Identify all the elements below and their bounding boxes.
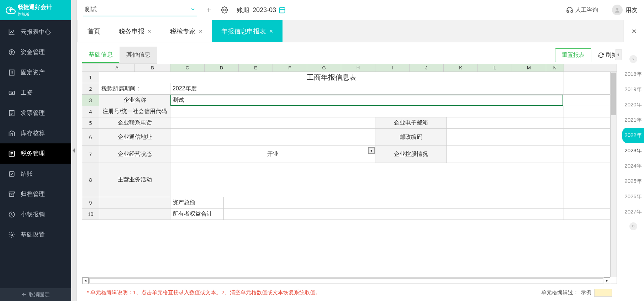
sidebar-item-money[interactable]: 资金管理 xyxy=(0,42,71,62)
status-select[interactable]: 开业 xyxy=(170,146,375,163)
row-header[interactable]: 2 xyxy=(82,83,99,94)
holding-input[interactable] xyxy=(447,146,564,163)
column-header[interactable]: K xyxy=(444,64,478,72)
cell xyxy=(99,208,170,220)
company-name: 测试 xyxy=(85,5,97,14)
period-value-cell[interactable]: 2022年度 xyxy=(170,83,564,94)
sidebar-item-expense[interactable]: 小畅报销 xyxy=(0,204,71,225)
column-header[interactable]: J xyxy=(410,64,444,72)
sidebar: 畅捷通好会计 旗舰版 云报表中心资金管理固定资产工资发票管理库存核算税务管理结账… xyxy=(0,0,71,301)
row-header[interactable]: 1 xyxy=(82,72,99,83)
period-value[interactable]: 2023-03 xyxy=(253,6,276,14)
year-item[interactable]: 2023年 xyxy=(622,143,644,158)
horizontal-scrollbar[interactable]: ◄ ► xyxy=(82,277,610,284)
dropdown-arrow-icon[interactable]: ▼ xyxy=(368,147,375,154)
year-item[interactable]: 2020年 xyxy=(622,97,644,112)
vertical-scrollbar[interactable] xyxy=(610,72,617,277)
column-header[interactable]: C xyxy=(170,64,205,72)
page-tab[interactable]: 首页 xyxy=(78,20,110,42)
main-business-input[interactable] xyxy=(170,163,564,197)
email-input[interactable] xyxy=(447,117,564,128)
row-header[interactable]: 5 xyxy=(82,117,99,128)
company-selector[interactable]: 测试 xyxy=(83,4,197,16)
tax-icon xyxy=(8,150,16,158)
page-tab[interactable]: 年报信息申报表✕ xyxy=(212,20,283,42)
svg-rect-6 xyxy=(9,171,14,176)
zip-input[interactable] xyxy=(447,129,564,146)
column-header[interactable]: M xyxy=(512,64,546,72)
year-item[interactable]: 2025年 xyxy=(622,174,644,189)
page-tab[interactable]: 税检专家✕ xyxy=(161,20,212,42)
close-icon[interactable]: ✕ xyxy=(269,28,273,34)
wage-icon xyxy=(8,89,16,97)
consult-button[interactable]: 人工咨询 xyxy=(566,6,598,14)
page-tab[interactable]: 税务申报✕ xyxy=(110,20,161,42)
footer-note: * 单元格编辑说明：1、点击单元格直接录入数值或文本。2、清空单元格数值或文本恢… xyxy=(82,284,617,301)
reg-no-input[interactable] xyxy=(170,106,564,117)
year-item[interactable]: 2021年 xyxy=(622,112,644,128)
refresh-button[interactable]: 刷新 xyxy=(598,52,617,59)
add-button[interactable] xyxy=(205,6,213,14)
column-header[interactable]: L xyxy=(478,64,512,72)
sidebar-item-archive[interactable]: 归档管理 xyxy=(0,184,71,204)
username[interactable]: 用友 xyxy=(625,6,638,14)
scroll-right-icon[interactable]: ► xyxy=(604,278,610,284)
column-header[interactable]: G xyxy=(307,64,341,72)
year-item[interactable]: 2022年 xyxy=(622,128,644,143)
row-header[interactable]: 4 xyxy=(82,106,99,117)
column-header[interactable]: H xyxy=(341,64,375,72)
column-header[interactable]: A xyxy=(99,64,135,72)
sidebar-item-tax[interactable]: 税务管理 xyxy=(0,143,71,164)
column-header[interactable]: I xyxy=(375,64,410,72)
close-icon[interactable]: ✕ xyxy=(199,28,203,34)
phone-input[interactable] xyxy=(170,117,375,128)
equity-input[interactable] xyxy=(224,208,564,220)
main-area: 测试 账期 2023-03 人工咨询 xyxy=(77,0,644,301)
sheet-tab[interactable]: 其他信息 xyxy=(120,47,157,63)
column-header[interactable]: N xyxy=(546,64,564,72)
company-name-input[interactable]: 测试 xyxy=(170,95,564,106)
sidebar-collapse-handle[interactable] xyxy=(71,0,77,301)
row-header[interactable]: 3 xyxy=(82,95,99,106)
row-header[interactable]: 7 xyxy=(82,146,99,163)
row-header[interactable]: 9 xyxy=(82,197,99,208)
close-icon[interactable]: ✕ xyxy=(147,28,152,34)
sidebar-item-stock[interactable]: 库存核算 xyxy=(0,123,71,143)
sidebar-item-settings[interactable]: 基础设置 xyxy=(0,225,71,245)
avatar[interactable] xyxy=(612,5,623,15)
year-item[interactable]: 2027年 xyxy=(622,204,644,220)
close-all-tabs-button[interactable] xyxy=(623,20,644,42)
year-item[interactable]: 2024年 xyxy=(622,158,644,174)
sidebar-item-label: 工资 xyxy=(21,89,33,97)
sidebar-item-invoice[interactable]: 发票管理 xyxy=(0,103,71,123)
brand-name: 畅捷通好会计 xyxy=(18,4,52,11)
sheet-tab[interactable]: 基础信息 xyxy=(82,47,120,63)
year-rail-collapse-button[interactable] xyxy=(615,49,622,60)
sidebar-item-building[interactable]: 固定资产 xyxy=(0,62,71,83)
row-header[interactable]: 10 xyxy=(82,208,99,220)
calendar-icon[interactable] xyxy=(278,6,286,14)
settings-button[interactable] xyxy=(221,6,228,14)
column-header[interactable]: B xyxy=(135,64,170,72)
scroll-up-icon[interactable] xyxy=(629,55,637,63)
scroll-down-icon[interactable] xyxy=(629,222,637,230)
sidebar-item-chart[interactable]: 云报表中心 xyxy=(0,22,71,42)
column-header[interactable]: D xyxy=(205,64,239,72)
reset-report-button[interactable]: 重置报表 xyxy=(555,48,591,62)
sidebar-item-wage[interactable]: 工资 xyxy=(0,83,71,103)
address-input[interactable] xyxy=(170,129,375,146)
row-header[interactable]: 8 xyxy=(82,163,99,197)
column-header[interactable]: E xyxy=(239,64,273,72)
scroll-left-icon[interactable]: ◄ xyxy=(82,278,89,284)
year-item[interactable]: 2019年 xyxy=(622,82,644,97)
spreadsheet-grid[interactable]: ABCDEFGHIJKLMN 1工商年报信息表2税款所属期间：2022年度3企业… xyxy=(82,64,617,284)
year-item[interactable]: 2018年 xyxy=(622,67,644,82)
settings-icon xyxy=(8,231,16,239)
sidebar-item-close-acct[interactable]: 结账 xyxy=(0,164,71,184)
row-header[interactable]: 6 xyxy=(82,129,99,146)
column-header[interactable]: F xyxy=(273,64,307,72)
year-item[interactable]: 2026年 xyxy=(622,189,644,204)
company-name-label: 企业名称 xyxy=(99,95,170,106)
total-assets-input[interactable] xyxy=(224,197,564,208)
unpin-button[interactable]: 取消固定 xyxy=(0,288,71,301)
